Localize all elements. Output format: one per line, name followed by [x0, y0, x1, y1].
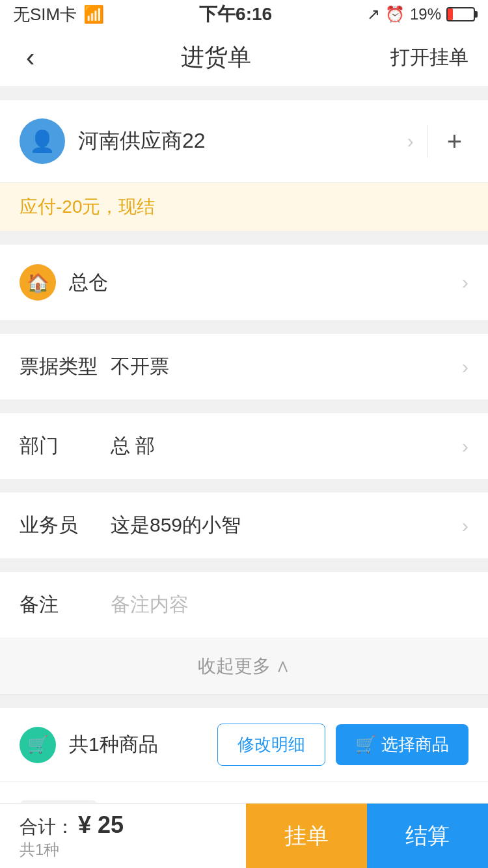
remark-label: 备注 [20, 591, 111, 618]
collapse-label: 收起更多 ∧ [198, 654, 291, 679]
department-chevron-icon: › [462, 435, 468, 457]
warehouse-row[interactable]: 🏠 总仓 › [0, 245, 488, 321]
supplier-name: 河南供应商22 [78, 127, 407, 156]
total-sub: 共1种 [20, 839, 226, 860]
select-product-button[interactable]: 🛒 选择商品 [336, 724, 468, 765]
supplier-section: 👤 河南供应商22 › + 应付-20元，现结 [0, 100, 488, 232]
open-pending-button[interactable]: 打开挂单 [390, 44, 468, 71]
warehouse-icon: 🏠 [20, 264, 56, 301]
supplier-row[interactable]: 👤 河南供应商22 › + [0, 100, 488, 183]
bottom-bar: 合计： ¥ 25 共1种 挂单 结算 [0, 803, 488, 868]
page-title: 进货单 [181, 42, 251, 74]
gap-7 [0, 695, 488, 708]
suspend-button[interactable]: 挂单 [246, 804, 367, 868]
total-section: 合计： ¥ 25 共1种 [0, 804, 246, 868]
total-amount: ¥ 25 [78, 811, 124, 839]
products-header: 🛒 共1种商品 修改明细 🛒 选择商品 [0, 708, 488, 782]
collapse-button[interactable]: 收起更多 ∧ [0, 638, 488, 695]
salesperson-value: 这是859的小智 [111, 512, 462, 539]
department-section: 部门 总 部 › [0, 413, 488, 480]
divider [427, 125, 427, 157]
warning-banner: 应付-20元，现结 [0, 183, 488, 232]
battery-percent: 19% [410, 5, 441, 23]
supplier-chevron-icon: › [407, 130, 414, 152]
invoice-label: 票据类型 [20, 353, 111, 380]
department-label: 部门 [20, 433, 111, 459]
nav-bar: ‹ 进货单 打开挂单 [0, 29, 488, 87]
location-icon: ↗ [367, 5, 380, 23]
alarm-icon: ⏰ [385, 5, 405, 23]
gap-3 [0, 321, 488, 334]
gap-2 [0, 232, 488, 245]
department-row[interactable]: 部门 总 部 › [0, 413, 488, 480]
products-count: 共1种商品 [69, 731, 217, 758]
status-time: 下午6:16 [199, 2, 272, 27]
edit-detail-button[interactable]: 修改明细 [217, 724, 325, 766]
invoice-value: 不开票 [111, 353, 462, 380]
battery-icon [446, 7, 475, 21]
invoice-row[interactable]: 票据类型 不开票 › [0, 334, 488, 400]
warehouse-chevron-icon: › [462, 271, 468, 293]
invoice-section: 票据类型 不开票 › [0, 334, 488, 400]
salesperson-row[interactable]: 业务员 这是859的小智 › [0, 493, 488, 559]
remark-row[interactable]: 备注 备注内容 [0, 572, 488, 638]
salesperson-chevron-icon: › [462, 515, 468, 537]
back-button[interactable]: ‹ [20, 36, 41, 79]
supplier-avatar: 👤 [20, 118, 65, 164]
remark-section: 备注 备注内容 [0, 572, 488, 638]
select-product-label: 选择商品 [381, 733, 449, 756]
status-left: 无SIM卡 📶 [13, 3, 104, 26]
avatar-icon: 👤 [29, 129, 55, 154]
warehouse-value: 总仓 [69, 269, 462, 296]
gap-1 [0, 87, 488, 100]
salesperson-label: 业务员 [20, 512, 111, 539]
total-label: 合计： [20, 815, 74, 839]
salesperson-section: 业务员 这是859的小智 › [0, 493, 488, 559]
products-icon: 🛒 [20, 727, 56, 763]
status-bar: 无SIM卡 📶 下午6:16 ↗ ⏰ 19% [0, 0, 488, 29]
remark-input[interactable]: 备注内容 [111, 591, 468, 618]
select-product-icon: 🛒 [355, 735, 376, 755]
wifi-icon: 📶 [83, 5, 104, 25]
carrier-label: 无SIM卡 [13, 3, 77, 26]
gap-5 [0, 480, 488, 493]
status-right: ↗ ⏰ 19% [367, 5, 475, 23]
checkout-button[interactable]: 结算 [367, 804, 488, 868]
gap-4 [0, 400, 488, 413]
add-button[interactable]: + [441, 127, 468, 156]
warehouse-section: 🏠 总仓 › [0, 245, 488, 321]
gap-6 [0, 559, 488, 572]
invoice-chevron-icon: › [462, 356, 468, 378]
department-value: 总 部 [111, 433, 462, 459]
